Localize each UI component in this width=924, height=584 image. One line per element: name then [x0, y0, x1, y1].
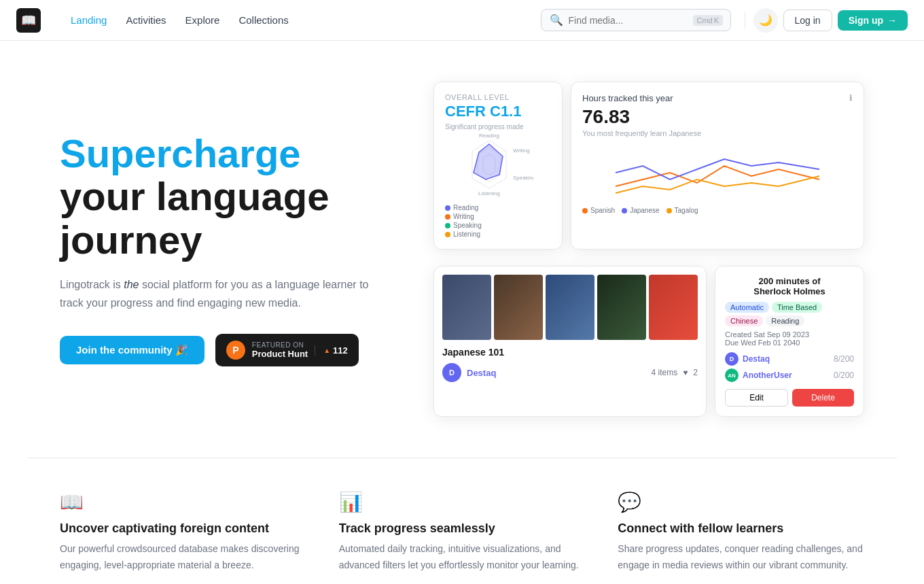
hero-section: Supercharge your language journey Lingot… — [27, 41, 897, 458]
radar-chart: Reading Writing Speaking Listening — [445, 131, 533, 199]
book-cover-1 — [442, 275, 491, 340]
nav-collections[interactable]: Collections — [230, 10, 296, 30]
activity-actions: Edit Delete — [725, 389, 854, 407]
logo[interactable]: 📖 — [16, 8, 41, 33]
collection-title: Japanese 101 — [442, 347, 698, 358]
feature-content-desc: Our powerful crowdsourced database makes… — [60, 541, 306, 574]
hero-visuals: OVERALL LEVEL CEFR C1.1 Significant prog… — [433, 82, 864, 417]
feature-tracking-title: Track progress seamlessly — [339, 521, 586, 536]
book-cover-2 — [494, 275, 543, 340]
search-bar[interactable]: 🔍 Cmd K — [541, 9, 731, 31]
top-cards-row: OVERALL LEVEL CEFR C1.1 Significant prog… — [433, 82, 864, 250]
hero-cta: Join the community 🎉 P FEATURED ON Produ… — [60, 334, 401, 366]
feature-community-desc: Share progress updates, conquer reading … — [618, 541, 864, 574]
activity-users: D Destaq 8/200 AN AnotherUser 0/200 — [725, 352, 854, 382]
feature-tracking-desc: Automated daily tracking, intuitive visu… — [339, 541, 586, 574]
svg-text:Reading: Reading — [479, 133, 499, 139]
hours-info-icon: ℹ — [849, 93, 853, 103]
bottom-cards-row: Japanese 101 D Destaq 4 items ♥ 2 200 mi… — [433, 266, 864, 417]
nav-links: Landing Activities Explore Collections — [63, 10, 541, 30]
user-destaq-link[interactable]: Destaq — [743, 354, 770, 364]
feature-community-icon: 💬 — [618, 491, 864, 513]
edit-button[interactable]: Edit — [725, 389, 788, 407]
product-hunt-text: FEATURED ON Product Hunt — [252, 341, 308, 359]
navbar: 📖 Landing Activities Explore Collections… — [0, 0, 924, 41]
feature-content-icon: 📖 — [60, 491, 306, 513]
activity-info: Created Sat Sep 09 2023 Due Wed Feb 01 2… — [725, 330, 854, 347]
hero-text: Supercharge your language journey Lingot… — [60, 132, 401, 367]
login-button[interactable]: Log in — [783, 10, 832, 31]
product-hunt-votes: ▲ 112 — [315, 345, 348, 356]
hours-card: Hours tracked this year ℹ 76.83 You most… — [571, 82, 864, 250]
nav-explore[interactable]: Explore — [177, 10, 228, 30]
activity-user-another: AN AnotherUser 0/200 — [725, 368, 854, 382]
feature-community: 💬 Connect with fellow learners Share pro… — [618, 491, 864, 574]
svg-text:Writing: Writing — [513, 148, 530, 154]
features-section: 📖 Uncover captivating foreign content Ou… — [27, 458, 897, 584]
svg-marker-3 — [474, 144, 503, 179]
product-hunt-logo: P — [226, 341, 245, 360]
search-shortcut: Cmd K — [693, 15, 724, 26]
chart-legend: Spanish Japanese Tagalog — [582, 207, 853, 214]
stats-card: OVERALL LEVEL CEFR C1.1 Significant prog… — [433, 82, 563, 250]
activity-user-destaq: D Destaq 8/200 — [725, 352, 854, 366]
delete-button[interactable]: Delete — [792, 389, 854, 407]
nav-activities[interactable]: Activities — [118, 10, 174, 30]
logo-icon: 📖 — [16, 8, 41, 33]
collection-books — [442, 275, 698, 340]
search-input[interactable] — [569, 15, 688, 26]
hero-headline: Supercharge your language journey — [60, 132, 401, 262]
dark-mode-button[interactable]: 🌙 — [753, 8, 778, 33]
collection-avatar: D — [442, 363, 461, 382]
feature-community-title: Connect with fellow learners — [618, 521, 864, 536]
activity-card: 200 minutes of Sherlock Holmes Automatic… — [715, 266, 864, 417]
activity-tags: Automatic Time Based Chinese Reading — [725, 302, 854, 326]
collection-stats: 4 items ♥ 2 — [652, 368, 698, 377]
nav-landing[interactable]: Landing — [63, 10, 115, 30]
feature-content-title: Uncover captivating foreign content — [60, 521, 306, 536]
collection-meta: D Destaq 4 items ♥ 2 — [442, 363, 698, 382]
nav-right: 🌙 Log in Sign up → — [742, 8, 908, 33]
avatar-destaq: D — [725, 352, 739, 366]
user-another-link[interactable]: AnotherUser — [743, 371, 792, 380]
svg-text:Speaking: Speaking — [513, 175, 533, 181]
nav-divider — [745, 12, 745, 29]
feature-content: 📖 Uncover captivating foreign content Ou… — [60, 491, 306, 574]
book-cover-4 — [597, 275, 646, 340]
user-another-progress: 0/200 — [834, 371, 854, 380]
avatar-another: AN — [725, 368, 739, 382]
collection-card: Japanese 101 D Destaq 4 items ♥ 2 — [433, 266, 707, 417]
feature-tracking-icon: 📊 — [339, 491, 586, 513]
signup-button[interactable]: Sign up → — [838, 10, 908, 31]
join-community-button[interactable]: Join the community 🎉 — [60, 336, 205, 364]
book-cover-3 — [546, 275, 594, 340]
feature-tracking: 📊 Track progress seamlessly Automated da… — [339, 491, 586, 574]
svg-text:Listening: Listening — [478, 190, 500, 196]
search-icon: 🔍 — [550, 14, 563, 27]
product-hunt-button[interactable]: P FEATURED ON Product Hunt ▲ 112 — [215, 334, 359, 366]
hours-line-chart — [582, 145, 853, 200]
book-cover-5 — [649, 275, 698, 340]
hero-description: Lingotrack is the social platform for yo… — [60, 275, 386, 312]
user-destaq-progress: 8/200 — [834, 354, 854, 364]
collection-user[interactable]: Destaq — [467, 368, 496, 378]
